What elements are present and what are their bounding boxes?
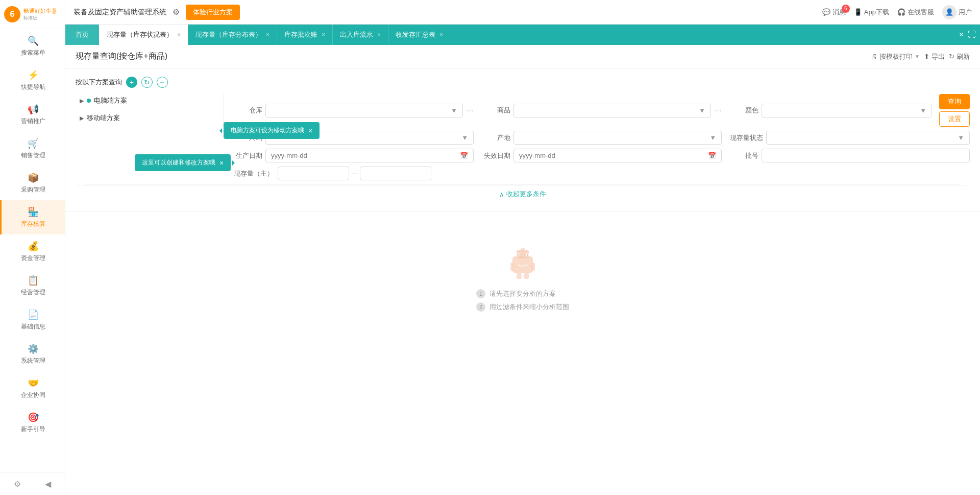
refresh-btn[interactable]: ↻ 刷新 [949, 52, 970, 61]
filter-header-label: 按以下方案查询 [76, 78, 122, 87]
produce-date-field: 生产日期 📅 [234, 149, 474, 162]
svg-point-5 [517, 254, 519, 255]
empty-tip-2: 2 用过滤条件来缩小分析范围 [476, 302, 569, 312]
warehouse-dots[interactable]: ··· [466, 105, 474, 116]
stock-main-to[interactable] [360, 167, 431, 180]
sidebar-item-finance[interactable]: 💰 资金管理 [0, 234, 65, 269]
scheme-mobile-group[interactable]: ▶ 移动端方案 [76, 111, 217, 125]
sidebar-item-system[interactable]: ⚙️ 系统管理 [0, 337, 65, 371]
stock-status-select[interactable]: ▼ [766, 131, 970, 145]
origin-select[interactable]: ▼ [513, 131, 722, 145]
tab-fullscreen-btn[interactable]: ⛶ [968, 30, 976, 39]
filter-add-btn[interactable]: + [126, 77, 137, 88]
chevron-up-icon: ∧ [499, 191, 504, 198]
sidebar-collapse-btn[interactable]: ◀ [45, 479, 51, 489]
collapse-bar[interactable]: ∧ 收起更多条件 [76, 185, 970, 203]
filter-row-2: 尺码 ▼ 产 [234, 131, 970, 145]
tab-batch-account[interactable]: 库存批次账 × [277, 25, 332, 45]
messages-btn[interactable]: 💬 消息 6 [822, 8, 846, 17]
expire-date-label: 失效日期 [482, 151, 510, 160]
tip-num-2: 2 [476, 302, 485, 312]
produce-date-box[interactable]: 📅 [265, 149, 474, 162]
message-badge: 6 [842, 5, 850, 13]
tab-inventory-status[interactable]: 现存量（库存状况表） × [99, 25, 188, 45]
produce-date-control: 📅 [265, 149, 474, 162]
color-select-arrow: ▼ [920, 107, 926, 114]
tab-receive-summary[interactable]: 收发存汇总表 × [388, 25, 450, 45]
tab-home[interactable]: 首页 [65, 25, 99, 45]
scheme-desktop-section: ▶ 电脑端方案 [76, 94, 217, 107]
color-control: ▼ [762, 104, 932, 117]
stock-main-range: — [278, 167, 431, 180]
tooltip-desktop: 电脑方案可设为移动方案哦 × [224, 122, 320, 139]
tooltip-edit-close[interactable]: × [219, 159, 224, 167]
quick-nav-icon: ⚡ [28, 69, 39, 81]
guide-icon: 🎯 [28, 412, 39, 423]
origin-control: ▼ [513, 131, 722, 145]
stock-main-from[interactable] [278, 167, 349, 180]
chevron-down-icon: ▼ [915, 54, 920, 59]
expire-date-input[interactable] [519, 152, 706, 159]
sidebar-nav: 🔍 搜索菜单 ⚡ 快捷导航 📢 营销推广 🛒 销售管理 📦 采购管理 🏪 [0, 29, 65, 473]
topbar-settings-icon[interactable]: ⚙ [173, 7, 180, 17]
batch-no-input[interactable] [762, 149, 970, 162]
sidebar-item-quick-nav[interactable]: ⚡ 快捷导航 [0, 63, 65, 98]
template-print-btn[interactable]: 🖨 按模板打印 ▼ [871, 52, 920, 61]
sidebar-item-sales[interactable]: 🛒 销售管理 [0, 132, 65, 166]
sidebar-item-enterprise[interactable]: 🤝 企业协同 [0, 371, 65, 406]
sidebar-settings-btn[interactable]: ⚙ [14, 479, 21, 489]
goods-control: ▼ [513, 104, 711, 117]
topbar-right: 💬 消息 6 📱 App下载 🎧 在线客服 👤 用户 [822, 5, 972, 19]
goods-dots[interactable]: ··· [714, 105, 722, 116]
tooltip-desktop-close[interactable]: × [308, 127, 312, 135]
online-support-btn[interactable]: 🎧 在线客服 [897, 8, 934, 17]
filter-refresh-btn[interactable]: ↻ [141, 77, 153, 88]
filter-area: 按以下方案查询 + ↻ ← 电脑方案可设为移动方案哦 × 这里可以创建和修改方案… [65, 68, 980, 211]
tab-in-out-flow[interactable]: 出入库流水 × [332, 25, 388, 45]
warehouse-select[interactable]: ▼ [265, 104, 463, 117]
goods-select-arrow: ▼ [699, 107, 705, 114]
search-button[interactable]: 查询 [939, 94, 970, 109]
tab-close-all-btn[interactable]: × [959, 30, 964, 39]
marketing-icon: 📢 [28, 104, 39, 115]
produce-date-calendar-icon[interactable]: 📅 [460, 152, 468, 159]
sidebar-item-search-menu[interactable]: 🔍 搜索菜单 [0, 29, 65, 63]
trial-button[interactable]: 体验行业方案 [186, 5, 240, 20]
sidebar-item-operation[interactable]: 📋 经营管理 [0, 269, 65, 303]
expire-date-calendar-icon[interactable]: 📅 [708, 152, 716, 159]
svg-rect-2 [521, 248, 525, 251]
filter-row-3: 生产日期 📅 [234, 149, 970, 162]
sidebar-item-purchase[interactable]: 📦 采购管理 [0, 166, 65, 200]
sidebar: 6 畅通好好生意 标准版 🔍 搜索菜单 ⚡ 快捷导航 📢 营销推广 🛒 销售管理 [0, 0, 65, 495]
goods-field: 商品 ▼ ··· [482, 94, 722, 127]
system-name: 装备及固定资产辅助管理系统 [74, 8, 166, 17]
produce-date-input[interactable] [271, 152, 458, 159]
filter-row-4: 现存量（主） — [234, 167, 970, 180]
range-separator: — [351, 170, 358, 177]
filter-row-1: 仓库 ▼ ··· [234, 94, 970, 127]
sidebar-item-basic-info[interactable]: 📄 基础信息 [0, 303, 65, 337]
sidebar-footer: ⚙ ◀ [0, 473, 65, 495]
sidebar-item-guide[interactable]: 🎯 新手引导 [0, 406, 65, 440]
svg-rect-8 [532, 263, 535, 271]
purchase-icon: 📦 [28, 172, 39, 183]
export-btn[interactable]: ⬆ 导出 [924, 52, 945, 61]
goods-select[interactable]: ▼ [513, 104, 711, 117]
expire-date-box[interactable]: 📅 [513, 149, 722, 162]
set-button[interactable]: 设置 [939, 111, 970, 127]
filter-header: 按以下方案查询 + ↻ ← [76, 77, 970, 88]
filter-back-btn[interactable]: ← [157, 77, 168, 88]
color-select[interactable]: ▼ [762, 104, 932, 117]
user-btn[interactable]: 👤 用户 [942, 5, 972, 19]
tab-inventory-dist[interactable]: 现存量（库存分布表） × [188, 25, 277, 45]
tab-close-in-out-flow[interactable]: × [377, 31, 381, 38]
tab-close-batch-account[interactable]: × [322, 31, 325, 38]
app-download-btn[interactable]: 📱 App下载 [854, 8, 889, 17]
goods-label: 商品 [482, 106, 510, 115]
scheme-desktop-group[interactable]: ▶ 电脑端方案 [76, 94, 217, 107]
sidebar-item-inventory[interactable]: 🏪 库存核算 [0, 200, 65, 234]
tab-close-receive-summary[interactable]: × [439, 31, 443, 38]
sidebar-item-marketing[interactable]: 📢 营销推广 [0, 98, 65, 132]
tab-close-inventory-dist[interactable]: × [266, 31, 270, 38]
tab-close-inventory-status[interactable]: × [177, 31, 181, 38]
